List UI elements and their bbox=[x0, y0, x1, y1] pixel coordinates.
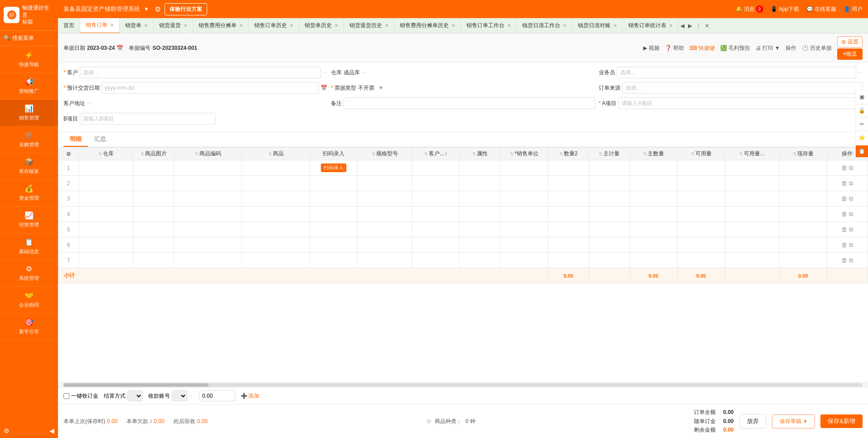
calendar-icon[interactable]: 📅 bbox=[116, 45, 123, 51]
tab-stats[interactable]: 销售订单统计表 ✕ bbox=[623, 18, 679, 34]
copy-icon-4[interactable]: ⧉ bbox=[849, 211, 853, 218]
tab-sales-invoice[interactable]: 销货单 ✕ bbox=[120, 18, 154, 34]
th-sort-icon-warehouse[interactable]: ⇅ bbox=[98, 151, 102, 156]
sidebar-item-quick-nav[interactable]: ⚡ 快捷导航 bbox=[0, 46, 58, 73]
tab-close-sales-expense[interactable]: ✕ bbox=[239, 23, 243, 28]
add-logistics-btn[interactable]: +物流 bbox=[837, 48, 863, 60]
float-btn-4[interactable]: ⭐ bbox=[855, 131, 868, 144]
user-item[interactable]: 👤 用户 bbox=[844, 5, 863, 13]
row-main-qty-2[interactable] bbox=[630, 176, 677, 191]
copy-icon-5[interactable]: ⧉ bbox=[849, 226, 853, 233]
notice-item[interactable]: 🔔 消息 9 bbox=[736, 5, 763, 13]
row-code-2[interactable] bbox=[174, 176, 242, 191]
sidebar-item-purchase[interactable]: 🛒 采购管理 bbox=[0, 126, 58, 153]
delete-icon-1[interactable]: 🗑 bbox=[841, 164, 847, 171]
tab-return-history[interactable]: 销货退货历史 ✕ bbox=[344, 18, 394, 34]
tab-expense-history[interactable]: 销售费用分摊单历史 ✕ bbox=[394, 18, 461, 34]
th-sort-icon-main-unit[interactable]: ⇅ bbox=[599, 151, 602, 156]
customer-input[interactable] bbox=[80, 67, 321, 78]
customer-more-icon[interactable]: ··· bbox=[323, 69, 327, 76]
float-btn-3[interactable]: ✏ bbox=[855, 118, 868, 130]
tab-sales-order[interactable]: 销售订单 ✕ bbox=[80, 18, 120, 34]
project-a-input[interactable] bbox=[618, 97, 863, 109]
th-sort-icon-stock[interactable]: ⇅ bbox=[793, 151, 796, 156]
solution-btn[interactable]: 体验行业方案 bbox=[165, 3, 207, 15]
remarks-input[interactable] bbox=[344, 97, 595, 109]
order-source-input[interactable] bbox=[622, 82, 863, 94]
row-warehouse-1[interactable] bbox=[79, 160, 133, 176]
product-types-icon[interactable]: ⊙ bbox=[427, 418, 431, 424]
copy-icon-3[interactable]: ⧉ bbox=[849, 195, 853, 202]
tab-close-sales-invoice[interactable]: ✕ bbox=[144, 23, 148, 28]
print-btn[interactable]: 🖨 打印 ▼ bbox=[756, 44, 780, 52]
tab-summary[interactable]: 汇总 bbox=[88, 132, 112, 147]
system-dropdown-icon[interactable]: ▼ bbox=[144, 6, 149, 12]
float-btn-5[interactable]: 📋 bbox=[855, 145, 868, 158]
th-sort-icon-attr[interactable]: ⇅ bbox=[472, 151, 476, 156]
history-btn[interactable]: 🕐 历史单据 bbox=[802, 44, 832, 52]
scroll-thumb[interactable] bbox=[63, 383, 209, 387]
th-sort-icon-qty2[interactable]: ⇅ bbox=[559, 151, 563, 156]
tab-invoice-history[interactable]: 销货单历史 ✕ bbox=[299, 18, 344, 34]
salesman-more-icon[interactable]: ··· bbox=[858, 69, 863, 76]
sidebar-item-sales[interactable]: 📊 销售管理 bbox=[0, 100, 58, 126]
row-unit-1[interactable] bbox=[500, 160, 548, 176]
row-unit-2[interactable] bbox=[500, 176, 548, 191]
th-sort-icon-code[interactable]: ⇅ bbox=[195, 151, 199, 156]
th-sort-icon-avail[interactable]: ⇅ bbox=[691, 151, 694, 156]
th-sort-icon-main-qty[interactable]: ⇅ bbox=[643, 151, 647, 156]
th-sort-icon-image[interactable]: ⇅ bbox=[141, 151, 144, 156]
delivery-calendar-icon[interactable]: 📅 bbox=[320, 85, 327, 91]
column-settings-icon[interactable]: ⚙ bbox=[66, 151, 71, 157]
profit-btn[interactable]: 💹 毛利预告 bbox=[720, 44, 750, 52]
draft-dropdown-icon[interactable]: ▼ bbox=[803, 419, 807, 424]
tab-workbench[interactable]: 销售订单工作台 ✕ bbox=[461, 18, 517, 34]
operate-btn[interactable]: 操作 bbox=[786, 44, 796, 52]
row-spec-2[interactable] bbox=[358, 176, 412, 191]
delete-icon-5[interactable]: 🗑 bbox=[841, 226, 847, 233]
shortcut-btn[interactable]: ⌨ 快捷键 bbox=[689, 44, 715, 52]
print-dropdown-icon[interactable]: ▼ bbox=[775, 45, 780, 51]
tab-close-expense-history[interactable]: ✕ bbox=[451, 23, 455, 28]
sidebar-item-management[interactable]: 📈 经营管理 bbox=[0, 207, 58, 233]
project-b-input[interactable] bbox=[80, 113, 216, 125]
info-icon-debt[interactable]: ℹ bbox=[150, 419, 152, 424]
row-attr-1[interactable] bbox=[460, 160, 500, 176]
delete-icon-4[interactable]: 🗑 bbox=[841, 211, 847, 217]
th-sort-icon-unit[interactable]: ⇅ bbox=[510, 151, 514, 156]
tab-sales-return[interactable]: 销货退货 ✕ bbox=[154, 18, 193, 34]
account-more-icon[interactable]: ··· bbox=[189, 393, 194, 399]
online-service-item[interactable]: 💬 在线客服 bbox=[806, 5, 836, 13]
help-btn[interactable]: ❓ 帮助 bbox=[665, 44, 684, 52]
tab-detail[interactable]: 明细 bbox=[63, 132, 88, 147]
tab-nav-left[interactable]: ◀ bbox=[679, 23, 686, 29]
tab-close-sales-order[interactable]: ✕ bbox=[110, 23, 114, 28]
copy-icon-6[interactable]: ⧉ bbox=[849, 241, 853, 249]
settings-btn[interactable]: ⚙ 设置 bbox=[837, 36, 863, 48]
row-product-2[interactable] bbox=[242, 176, 310, 191]
add-payment-btn[interactable]: ➕ 添加 bbox=[241, 392, 259, 400]
settings-header-icon[interactable]: ⚙ bbox=[155, 5, 161, 14]
tab-close-sales-return[interactable]: ✕ bbox=[184, 23, 187, 28]
row-code-1[interactable] bbox=[174, 160, 242, 176]
tab-home[interactable]: 首页 bbox=[58, 18, 80, 34]
row-qty2-1[interactable] bbox=[548, 160, 589, 176]
settings-bottom-icon[interactable]: ⚙ bbox=[4, 427, 10, 434]
copy-icon-7[interactable]: ⧉ bbox=[849, 257, 853, 264]
delivery-date-input[interactable] bbox=[102, 82, 319, 94]
tab-sales-expense[interactable]: 销售费用分摊单 ✕ bbox=[193, 18, 249, 34]
tab-reconcile[interactable]: 钱货日清对账 ✕ bbox=[572, 18, 623, 34]
row-product-1[interactable] bbox=[242, 160, 310, 176]
tab-daily-clear[interactable]: 钱货日清工作台 ✕ bbox=[517, 18, 572, 34]
delete-icon-7[interactable]: 🗑 bbox=[841, 257, 847, 264]
addr-more-icon[interactable]: ··· bbox=[87, 100, 92, 106]
save-draft-btn[interactable]: 保存草稿 ▼ bbox=[772, 414, 815, 428]
tab-close-invoice-history[interactable]: ✕ bbox=[335, 23, 338, 28]
collapse-icon[interactable]: ◀ bbox=[49, 427, 54, 434]
copy-icon-1[interactable]: ⧉ bbox=[849, 164, 853, 172]
sidebar-item-inventory[interactable]: 📦 库存核算 bbox=[0, 153, 58, 180]
scan-btn-1[interactable]: 扫码录入 bbox=[321, 164, 346, 172]
one-click-order-check[interactable] bbox=[63, 393, 69, 399]
sidebar-item-enterprise[interactable]: 🤝 企业协同 bbox=[0, 287, 58, 313]
tab-close-stats[interactable]: ✕ bbox=[669, 23, 673, 28]
